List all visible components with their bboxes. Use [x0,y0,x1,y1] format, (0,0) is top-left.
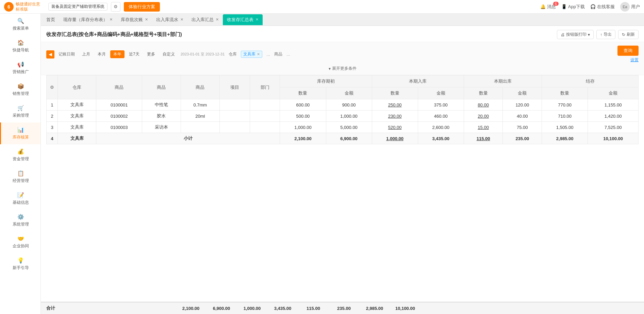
th-project: 项目 [220,76,250,99]
data-table: ⚙ 仓库 商品 商品 商品 项目 部门 库存期初 本期入库 本期出库 [46,75,639,144]
warehouse-tag-close[interactable]: ✕ [257,52,260,56]
sidebar-item-marketing[interactable]: 📢 营销推广 [0,57,40,79]
cell-out-qty[interactable]: 80.00 [464,99,503,111]
tab-bar: 首页 现存量（库存分布表） ✕ 库存批次账 ✕ 出入库流水 ✕ 出入库汇总 ✕ [41,14,644,26]
tab-home[interactable]: 首页 [42,14,59,25]
subtotal-out-amt: 235.00 [503,133,542,144]
goods-label: 商品 [274,51,282,57]
header-actions: 🖨 按钮版打印 ▾ ↑ 导出 ↻ 刷新 [557,30,639,39]
cell-balance-amt: 1,420.00 [588,111,639,122]
settings-link[interactable]: 设置 [630,57,639,63]
cell-out-qty[interactable]: 15.00 [464,122,503,133]
footer-label: 合计 [46,305,176,311]
system-title[interactable]: 装备及固定资产辅助管理系统 [48,3,108,11]
page-title: 收发存汇总表(按仓库+商品编码+商品+规格型号+项目+部门) [46,31,182,38]
subtotal-balance-qty: 2,985.00 [542,133,588,144]
tab-close-batch-account[interactable]: ✕ [145,17,148,22]
goods-filter-more[interactable]: ... [286,52,290,57]
date-btn-7days[interactable]: 近7天 [126,50,143,58]
th-in: 本期入库 [372,76,464,87]
cell-num: 3 [47,122,58,133]
th-settings: ⚙ [47,76,58,99]
print-button[interactable]: 🖨 按钮版打印 ▾ [557,30,594,39]
guide-icon: 💡 [17,257,24,264]
cell-goods-name: 采访本 [142,122,181,133]
warehouse-filter-more[interactable]: ... [266,52,270,57]
warehouse-label: 仓库 [229,51,237,57]
cell-in-qty[interactable]: 520.00 [372,122,418,133]
user-item[interactable]: Ea 用户 [620,2,640,12]
cell-goods-spec [181,122,220,133]
subtotal-in-qty[interactable]: 1,000.00 [372,133,418,144]
sidebar-item-search[interactable]: 🔍 搜索菜单 [0,14,40,35]
footer-opening-qty: 2,100.00 [176,306,206,311]
footer-in-amt: 3,435.00 [267,306,298,311]
phone-icon: 📱 [561,4,567,9]
cell-in-qty[interactable]: 250.00 [372,99,418,111]
cell-goods-name: 胶水 [142,111,181,122]
tab-batch-account[interactable]: 库存批次账 ✕ [117,14,152,25]
sidebar-item-purchase[interactable]: 🛒 采购管理 [0,101,40,122]
cell-balance-qty: 770.00 [542,99,588,111]
cell-warehouse: 文具库 [58,99,96,111]
sidebar-item-guide[interactable]: 💡 新手引导 [0,253,40,275]
date-btn-more[interactable]: 更多 [144,50,158,58]
footer-balance-amt: 10,100.00 [390,306,420,311]
column-settings-icon[interactable]: ⚙ [50,85,54,90]
app-download-item[interactable]: 📱 App下载 [561,4,585,10]
headset-icon: 🎧 [590,4,596,9]
sidebar-item-quick-nav[interactable]: 🏠 快捷导航 [0,35,40,57]
export-button[interactable]: ↑ 导出 [596,30,615,39]
sidebar-item-finance[interactable]: 💰 资金管理 [0,144,40,166]
settings-icon[interactable]: ⚙ [111,2,120,12]
date-btn-this-year[interactable]: 本年 [110,50,125,58]
date-btn-custom[interactable]: 自定义 [160,50,178,58]
online-service-item[interactable]: 🎧 在线客服 [590,4,615,10]
sidebar-item-sales[interactable]: 📦 销售管理 [0,79,40,101]
cell-balance-amt: 1,155.00 [588,99,639,111]
notification-item[interactable]: 🔔 消息 6 [540,4,556,10]
sales-icon: 📦 [17,83,24,89]
date-btn-this-month[interactable]: 本月 [95,50,109,58]
avatar: Ea [620,2,630,12]
cell-opening-amt: 5,000.00 [326,122,372,133]
tab-recv-send-summary[interactable]: 收发存汇总表 ✕ [223,14,263,25]
sidebar-item-basic-info[interactable]: 📝 基础信息 [0,188,40,210]
home-icon: 🏠 [17,39,24,46]
tab-in-out-flow[interactable]: 出入库流水 ✕ [152,14,187,25]
cell-in-qty[interactable]: 230.00 [372,111,418,122]
sidebar-item-operations[interactable]: 📋 经营管理 [0,166,40,188]
cell-out-qty[interactable]: 20.00 [464,111,503,122]
th-balance-qty: 数量 [542,87,588,99]
purchase-icon: 🛒 [17,105,24,111]
basicinfo-icon: 📝 [17,192,24,198]
tab-close-inventory-dist[interactable]: ✕ [110,17,113,22]
sidebar-item-inventory[interactable]: 📊 库存核算 [0,122,40,144]
sidebar-item-system[interactable]: ⚙️ 系统管理 [0,210,40,231]
date-btn-last-month[interactable]: 上月 [79,50,93,58]
th-out-qty: 数量 [464,87,503,99]
chevron-down-icon: ▾ [329,66,331,71]
cell-department [250,111,280,122]
query-button[interactable]: 查询 [617,46,639,56]
subtotal-row: 4 文具库 小计 2,100.00 6,900.00 1,000.00 3,43… [47,133,639,144]
cell-project [220,122,250,133]
tab-close-in-out-flow[interactable]: ✕ [180,17,183,22]
cell-goods-spec: 0.7mm [181,99,220,111]
filter-collapse-button[interactable]: ◀ [46,50,54,59]
tab-inventory-dist[interactable]: 现存量（库存分布表） ✕ [59,14,117,25]
subtotal-out-qty[interactable]: 115.00 [464,133,503,144]
inventory-icon: 📊 [17,127,24,133]
operations-icon: 📋 [17,170,24,177]
tab-in-out-summary[interactable]: 出入库汇总 ✕ [187,14,223,25]
trial-button[interactable]: 体验行业方案 [124,2,160,12]
refresh-button[interactable]: ↻ 刷新 [618,30,639,39]
footer-out-amt: 235.00 [329,306,359,311]
tab-close-in-out-summary[interactable]: ✕ [216,17,219,22]
tab-close-recv-send-summary[interactable]: ✕ [255,17,259,22]
filter-area: ◀ 记账日期 上月 本月 本年 近7天 更多 自定义 2023-01-01 至 … [41,42,644,75]
cell-warehouse: 文具库 [58,111,96,122]
top-bar-right: 🔔 消息 6 📱 App下载 🎧 在线客服 Ea 用户 [540,2,640,12]
expand-filter-button[interactable]: ▾ 展开更多条件 [329,66,357,71]
sidebar-item-cooperation[interactable]: 🤝 企业协同 [0,231,40,253]
